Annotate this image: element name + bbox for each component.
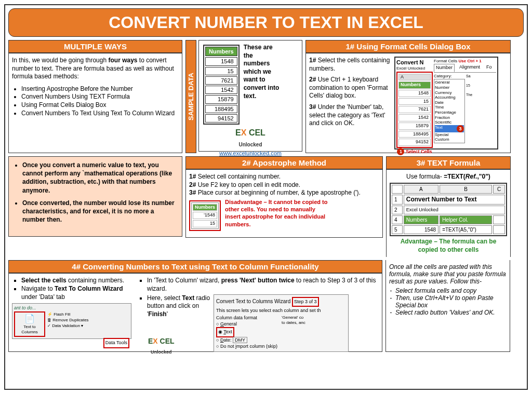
data-ribbon-screenshot: ant to do... 📄 Text to Columns ⚡ Flash F… — [12, 303, 131, 339]
important-notes: Once you convert a numeric value to text… — [8, 156, 182, 237]
main-title: CONVERT NUMBER TO TEXT IN EXCEL — [8, 8, 524, 37]
excel-unlocked-logo: EX CELUnlocked — [202, 128, 299, 150]
text-formula-section: 3# TEXT Formula Use formula- =TEXT(Ref.,… — [386, 156, 511, 257]
text-to-columns-icon: 📄 — [16, 314, 43, 324]
format-cells-screenshot: Convert N Excel Unlocked A Numbers 1548 … — [394, 57, 498, 150]
apostrophe-header: 2# Apostrophe Method — [185, 156, 383, 169]
text-to-column-header: 4# Converting Numbers to Text using Text… — [8, 260, 382, 273]
text-formula-continuation: Once all the cells are pasted with this … — [385, 260, 510, 352]
text-formula-header: 3# TEXT Formula — [386, 156, 511, 169]
text-to-column-section: 4# Converting Numbers to Text using Text… — [8, 260, 382, 352]
disadvantage-note: Disadvantage – It cannot be copied to ot… — [225, 198, 329, 231]
sample-numbers-table: Numbers 1548 15 7621 1542 15879 188495 9… — [203, 45, 240, 125]
format-cells-header: 1# Using Format Cells Dialog Box — [305, 40, 511, 53]
multiple-ways-section: MULTIPLE WAYS In this, we would be going… — [8, 40, 182, 153]
text-formula-example-table: ABC 1Convert Number to Text 2Excel Unloc… — [390, 183, 507, 237]
format-cells-section: 1# Using Format Cells Dialog Box 1# Sele… — [305, 40, 511, 153]
apostrophe-example: Numbers'154815 — [189, 200, 221, 231]
advantage-note: Advantage – The formula can be copied to… — [390, 238, 507, 254]
apostrophe-method-section: 2# Apostrophe Method 1# 1# Select cell c… — [185, 156, 383, 257]
methods-list: Inserting Apostrophe Before the Number C… — [12, 85, 179, 117]
sample-data-section: SAMPLE DATA Numbers 1548 15 7621 1542 15… — [185, 40, 302, 153]
multiple-ways-header: MULTIPLE WAYS — [8, 40, 182, 53]
sample-data-label: SAMPLE DATA — [185, 40, 196, 153]
excel-unlocked-logo-2: EX CELUnlocked — [148, 336, 175, 356]
text-to-column-wizard-screenshot: Convert Text to Columns Wizard Step 3 of… — [214, 294, 349, 352]
